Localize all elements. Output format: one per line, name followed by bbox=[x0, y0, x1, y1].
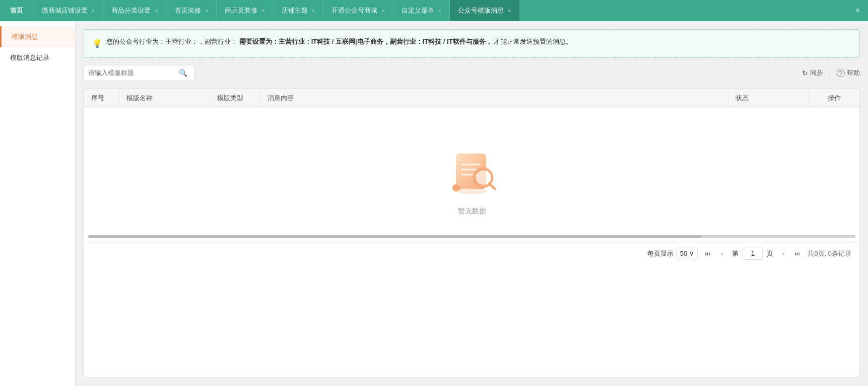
tab-custom-menu-close[interactable]: × bbox=[438, 8, 441, 14]
col-header-type: 模版类型 bbox=[210, 89, 260, 108]
search-input[interactable] bbox=[88, 69, 179, 76]
tab-template-msg-close[interactable]: × bbox=[508, 8, 511, 14]
sync-icon: ↻ bbox=[802, 69, 808, 77]
sidebar: 模版消息 模版消息记录 bbox=[0, 21, 76, 386]
page-first-button[interactable]: ⏮ bbox=[702, 248, 714, 260]
tab-bar: 首页 微商城店铺设置 × 商品分类设置 × 首页装修 × 商品页装修 × 店铺主… bbox=[0, 0, 868, 21]
col-header-action: 操作 bbox=[809, 89, 859, 108]
col-header-content: 消息内容 bbox=[260, 89, 728, 108]
tab-open-mall[interactable]: 开通公众号商城 × bbox=[323, 0, 393, 21]
search-box: 🔍 bbox=[84, 65, 194, 81]
notice-icon: 💡 bbox=[92, 37, 102, 50]
sidebar-item-template-msg[interactable]: 模版消息 bbox=[0, 26, 75, 47]
col-header-status: 状态 bbox=[728, 89, 809, 108]
page-label-prefix: 第 bbox=[732, 249, 739, 258]
notice-prefix: 您的公众号行业为：主营行业：，副营行业： bbox=[106, 38, 237, 45]
page-size-value: 50 bbox=[680, 250, 687, 257]
col-header-name: 模版名称 bbox=[119, 89, 210, 108]
help-icon: ? bbox=[837, 69, 845, 77]
help-label: 帮助 bbox=[847, 68, 860, 78]
tab-product-decor-label: 商品页装修 bbox=[225, 6, 257, 15]
notice-highlight: 需要设置为：主营行业：IT科技 / 互联网|电子商务，副营行业：IT科技 / I… bbox=[239, 38, 492, 45]
global-close-button[interactable]: × bbox=[847, 6, 868, 15]
tab-shop-settings-close[interactable]: × bbox=[92, 8, 95, 14]
sync-label: 同步 bbox=[810, 68, 823, 78]
notice-box: 💡 您的公众号行业为：主营行业：，副营行业： 需要设置为：主营行业：IT科技 /… bbox=[84, 29, 860, 58]
tab-custom-menu[interactable]: 自定义菜单 × bbox=[393, 0, 450, 21]
tab-shop-settings[interactable]: 微商城店铺设置 × bbox=[34, 0, 103, 21]
notice-text: 您的公众号行业为：主营行业：，副营行业： 需要设置为：主营行业：IT科技 / 互… bbox=[106, 37, 572, 47]
pagination-row: 每页显示 50 ∨ ⏮ ‹ 第 页 › ⏭ 共0页, 0条记录 bbox=[84, 242, 859, 265]
search-icon[interactable]: 🔍 bbox=[179, 69, 187, 77]
tab-shop-theme-label: 店铺主题 bbox=[282, 6, 308, 15]
notice-suffix: 才能正常发送预置的消息。 bbox=[494, 38, 572, 45]
tab-open-mall-close[interactable]: × bbox=[381, 8, 384, 14]
help-button[interactable]: ? 帮助 bbox=[837, 68, 860, 78]
tab-open-mall-label: 开通公众号商城 bbox=[331, 6, 377, 15]
page-size-chevron-icon: ∨ bbox=[689, 250, 694, 257]
sidebar-item-template-msg-log[interactable]: 模版消息记录 bbox=[0, 47, 75, 68]
toolbar-divider: | bbox=[829, 69, 831, 76]
toolbar-row: 🔍 ↻ 同步 | ? 帮助 bbox=[84, 65, 860, 81]
total-info: 共0页, 0条记录 bbox=[808, 249, 851, 258]
svg-point-7 bbox=[476, 171, 490, 185]
page-size-label: 每页显示 bbox=[647, 249, 674, 258]
col-header-index: 序号 bbox=[84, 89, 119, 108]
sidebar-item-template-msg-label: 模版消息 bbox=[12, 33, 38, 40]
tab-home-decor-label: 首页装修 bbox=[175, 6, 201, 15]
horizontal-scrollbar[interactable] bbox=[84, 231, 859, 242]
page-next-button[interactable]: › bbox=[777, 248, 789, 260]
toolbar-right: ↻ 同步 | ? 帮助 bbox=[802, 68, 860, 78]
content-area: 💡 您的公众号行业为：主营行业：，副营行业： 需要设置为：主营行业：IT科技 /… bbox=[76, 21, 868, 386]
tab-category-settings-close[interactable]: × bbox=[155, 8, 158, 14]
tab-home-decor[interactable]: 首页装修 × bbox=[167, 0, 217, 21]
page-last-button[interactable]: ⏭ bbox=[791, 248, 804, 260]
tab-home-decor-close[interactable]: × bbox=[205, 8, 208, 14]
sync-button[interactable]: ↻ 同步 bbox=[802, 68, 823, 78]
tab-shop-theme-close[interactable]: × bbox=[312, 8, 315, 14]
tab-product-decor[interactable]: 商品页装修 × bbox=[217, 0, 273, 21]
tab-template-msg-label: 公众号模版消息 bbox=[458, 6, 504, 15]
page-size-dropdown[interactable]: 50 ∨ bbox=[677, 248, 698, 259]
tab-category-settings-label: 商品分类设置 bbox=[111, 6, 151, 15]
page-size-select: 每页显示 50 ∨ bbox=[647, 248, 698, 259]
empty-state-icon bbox=[442, 138, 502, 199]
tab-product-decor-close[interactable]: × bbox=[261, 8, 264, 14]
table-header: 序号 模版名称 模版类型 消息内容 状态 操作 bbox=[84, 89, 859, 108]
tab-category-settings[interactable]: 商品分类设置 × bbox=[103, 0, 166, 21]
page-number-input[interactable] bbox=[743, 248, 763, 260]
tab-shop-theme[interactable]: 店铺主题 × bbox=[274, 0, 323, 21]
tab-home[interactable]: 首页 bbox=[0, 0, 34, 21]
empty-state: 暂无数据 bbox=[84, 108, 859, 231]
tab-template-msg[interactable]: 公众号模版消息 × bbox=[450, 0, 519, 21]
svg-point-0 bbox=[457, 188, 487, 194]
sidebar-item-template-msg-log-label: 模版消息记录 bbox=[10, 54, 49, 61]
main-layout: 模版消息 模版消息记录 💡 您的公众号行业为：主营行业：，副营行业： 需要设置为… bbox=[0, 21, 868, 386]
tab-shop-settings-label: 微商城店铺设置 bbox=[42, 6, 88, 15]
page-navigation: ⏮ ‹ 第 页 › ⏭ bbox=[702, 248, 804, 260]
tab-custom-menu-label: 自定义菜单 bbox=[402, 6, 434, 15]
svg-line-8 bbox=[489, 184, 495, 189]
tab-home-label: 首页 bbox=[10, 6, 23, 15]
empty-state-text: 暂无数据 bbox=[458, 207, 486, 216]
data-table: 序号 模版名称 模版类型 消息内容 状态 操作 bbox=[84, 88, 860, 378]
page-label-suffix: 页 bbox=[767, 249, 773, 258]
page-prev-button[interactable]: ‹ bbox=[716, 248, 728, 260]
